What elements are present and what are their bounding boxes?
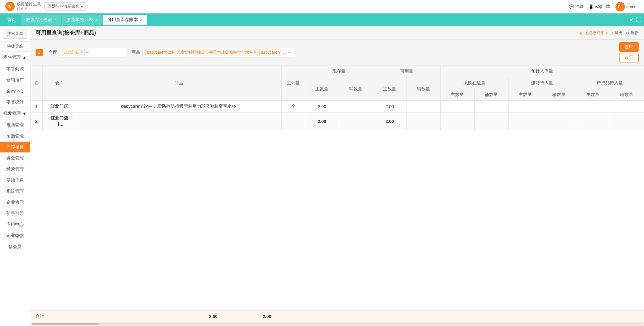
product-tag-2-text: babycare？... [261, 50, 285, 55]
product-tag-1: babycare学饮杯 儿童防摔防撞吸管杯重力球吸嘴杯宝宝水杯 × [145, 49, 258, 56]
cell-subtotal-seq: 2 [31, 112, 43, 130]
refresh-label: 刷新 [631, 30, 639, 36]
sidebar-item-inventory[interactable]: 库存核算 [0, 141, 30, 152]
sidebar-group-retail-header[interactable]: 零售管理 ▲ [0, 51, 30, 63]
nav-tabs: 首页 收发存汇总表 × 要货单统计表 × 可用量库存账本 × ✕ ⛶ [0, 13, 644, 26]
cell-warehouse: 江北门店 [43, 101, 76, 112]
settings-btn[interactable]: 设置 [619, 53, 639, 62]
search-menu-btn[interactable]: 搜索菜单 [3, 29, 27, 39]
sidebar-item-finance[interactable]: 资金管理 [0, 152, 30, 164]
scroll-bar[interactable] [30, 322, 644, 326]
message-action[interactable]: 💬 消息 [569, 4, 583, 9]
content-area: 可用量查询(按仓库+商品) 🖨 按模板打印 ▾ ↑ 导出 ↺ 刷新 » [30, 26, 644, 326]
tab-receive-summary-close[interactable]: × [54, 17, 57, 22]
cell-subtotal-products-pending-aux [610, 112, 644, 130]
product-label: 商品 [131, 49, 140, 55]
sidebar-item-member[interactable]: 畅会员 [0, 241, 30, 252]
sidebar-item-newbie[interactable]: 新手引导 [0, 208, 30, 219]
warehouse-label: 仓库 [48, 49, 57, 55]
tab-home-label: 首页 [7, 17, 16, 23]
tab-order-stats-label: 要货单统计表 [67, 17, 93, 23]
sidebar-item-marketing[interactable]: 营销推广 [0, 74, 30, 85]
sidebar-group-retail-label: 零售管理 [3, 54, 21, 60]
sidebar-item-system[interactable]: 系统管理 [0, 186, 30, 197]
th-product: 商品 [76, 65, 282, 101]
sidebar-item-wechat[interactable]: 企业微信 [0, 230, 30, 241]
nav-right: ✕ ⛶ [629, 17, 641, 23]
warehouse-tag-remove[interactable]: × [80, 50, 83, 55]
footer-values: 2.00 2.00 [76, 314, 639, 319]
scroll-thumb[interactable] [32, 323, 99, 325]
sidebar-item-ecommerce[interactable]: 电商管理 [0, 119, 30, 130]
sidebar-item-retail-stats[interactable]: 零售统计 [0, 96, 30, 107]
expand-btn[interactable]: ⛶ [636, 17, 641, 23]
message-label: 消息 [575, 4, 583, 9]
page-title: 可用量查询(按仓库+商品) [36, 30, 96, 37]
export-btn[interactable]: ↑ 导出 [611, 30, 623, 36]
industry-name: 母婴行业演示账套 [47, 4, 79, 9]
th-current-main-qty: 主数量 [305, 77, 339, 101]
tab-available-stock[interactable]: 可用量库存账本 × [103, 15, 147, 25]
sidebar-item-collab[interactable]: 企业协同 [0, 197, 30, 208]
quick-nav-btn[interactable]: 快捷导航 [0, 41, 30, 51]
cell-subtotal-current-aux [339, 112, 373, 130]
tab-receive-summary[interactable]: 收发存汇总表 × [21, 15, 61, 25]
gear-icon[interactable]: ⚙ [34, 80, 39, 86]
cell-subtotal-inbound-pending-main [508, 112, 542, 130]
total-available-main: 2.00 [254, 314, 280, 319]
cell-seq: 1 [31, 101, 43, 112]
th-main-unit: 主计量 [281, 65, 305, 101]
tab-home[interactable]: 首页 [3, 15, 21, 25]
product-filter: 商品 babycare学饮杯 儿童防摔防撞吸管杯重力球吸嘴杯宝宝水杯 × bab… [131, 48, 294, 57]
filter-toggle-btn[interactable]: » [36, 49, 43, 56]
chevron-down-icon: ▾ [81, 4, 83, 9]
logo-area: 好 畅捷通好生意 标准版 [5, 2, 41, 11]
product-input[interactable]: babycare学饮杯 儿童防摔防撞吸管杯重力球吸嘴杯宝宝水杯 × babyca… [142, 48, 294, 57]
footer-bar: 合计 2.00 2.00 [30, 310, 644, 322]
sidebar-item-retail-store[interactable]: 零售商城 [0, 63, 30, 74]
th-planned-inbound-group: 预计入库量 [440, 65, 644, 77]
sidebar-item-app-center[interactable]: 应用中心 [0, 219, 30, 230]
message-icon: 💬 [569, 4, 574, 9]
total-label: 合计 [36, 313, 76, 319]
th-products-pending-aux: 辅数量 [610, 89, 644, 101]
cell-subtotal-unit [281, 112, 305, 130]
sidebar: 搜索菜单 快捷导航 零售管理 ▲ 零售商城 营销推广 会员中心 零售统计 批发管… [0, 26, 30, 326]
close-window-btn[interactable]: ✕ [629, 17, 633, 23]
warehouse-tag-text: 江北门店 [64, 50, 80, 55]
sidebar-item-operations[interactable]: 经营管理 [0, 164, 30, 175]
cell-current-aux [339, 101, 373, 112]
sidebar-group-wholesale-header[interactable]: 批发管理 ▼ [0, 107, 30, 119]
sidebar-item-purchase[interactable]: 采购管理 [0, 130, 30, 141]
product-more[interactable]: ··· [288, 50, 291, 55]
sidebar-group-retail: 零售管理 ▲ 零售商城 营销推广 会员中心 零售统计 [0, 51, 30, 107]
total-current-main: 2.00 [200, 314, 227, 319]
cell-subtotal-warehouse: 江北门店 【... [43, 112, 76, 130]
logo-text: 畅捷通好生意 [17, 2, 41, 6]
tab-order-stats[interactable]: 要货单统计表 × [62, 15, 102, 25]
th-purchase-onway-group: 采购在途量 [440, 77, 508, 89]
th-available-main-qty: 主数量 [373, 77, 407, 101]
table-area: ⚙ 仓库 商品 主计量 现存量 可用量 预计入库量 主数量 辅数量 主数量 辅数… [30, 65, 644, 310]
warehouse-more[interactable]: ··· [86, 50, 89, 55]
data-table: ⚙ 仓库 商品 主计量 现存量 可用量 预计入库量 主数量 辅数量 主数量 辅数… [30, 65, 644, 130]
main-layout: 搜索菜单 快捷导航 零售管理 ▲ 零售商城 营销推广 会员中心 零售统计 批发管… [0, 26, 644, 326]
user-area[interactable]: Ea demo2 [615, 2, 639, 11]
app-download-action[interactable]: 📱 App下载 [589, 4, 610, 9]
tab-order-stats-close[interactable]: × [95, 17, 97, 22]
print-btn[interactable]: 🖨 按模板打印 ▾ [579, 30, 608, 36]
sidebar-item-members[interactable]: 会员中心 [0, 85, 30, 96]
warehouse-input[interactable]: 江北门店 × ··· [59, 48, 126, 57]
export-icon: ↑ [611, 31, 613, 36]
query-btn[interactable]: 查询 [619, 42, 639, 52]
product-tag-1-remove[interactable]: × [254, 50, 256, 55]
warehouse-filter: 仓库 江北门店 × ··· [48, 48, 126, 57]
industry-selector[interactable]: 母婴行业演示账套 ▾ [44, 2, 86, 11]
tab-available-stock-close[interactable]: × [140, 17, 142, 22]
page-header: 可用量查询(按仓库+商品) 🖨 按模板打印 ▾ ↑ 导出 ↺ 刷新 [30, 26, 644, 40]
avatar: Ea [615, 2, 625, 11]
refresh-btn[interactable]: ↺ 刷新 [626, 30, 639, 36]
product-tag-2: babycare？... [259, 49, 286, 56]
print-icon: 🖨 [579, 31, 583, 36]
sidebar-item-basic[interactable]: 基础信息 [0, 175, 30, 186]
